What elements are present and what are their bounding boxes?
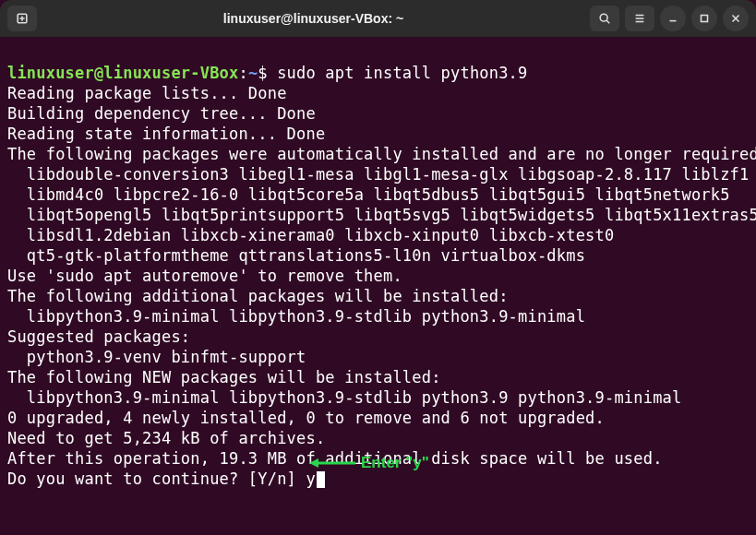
titlebar: linuxuser@linuxuser-VBox: ~ (0, 0, 756, 37)
search-button[interactable] (590, 6, 619, 31)
prompt-dollar: $ (258, 64, 267, 82)
output-line: libqt5opengl5 libqt5printsupport5 libqt5… (7, 206, 756, 224)
svg-line-4 (606, 20, 609, 23)
output-line: The following additional packages will b… (7, 287, 509, 305)
hamburger-menu-button[interactable] (625, 6, 654, 31)
new-tab-icon (16, 12, 29, 25)
user-answer: y (306, 470, 315, 488)
window-title: linuxuser@linuxuser-VBox: ~ (42, 8, 584, 29)
output-line: After this operation, 19.3 MB of additio… (7, 449, 663, 468)
output-line: 0 upgraded, 4 newly installed, 0 to remo… (7, 409, 605, 427)
minimize-icon (666, 12, 679, 25)
continue-prompt: Do you want to continue? [Y/n] (7, 470, 306, 488)
output-line: Suggested packages: (7, 327, 190, 346)
minimize-button[interactable] (660, 6, 686, 31)
maximize-button[interactable] (691, 6, 717, 31)
output-line: libmd4c0 libpcre2-16-0 libqt5core5a libq… (7, 185, 730, 204)
cursor (317, 471, 325, 488)
output-line: libsdl1.2debian libxcb-xinerama0 libxcb-… (7, 226, 614, 244)
output-line: Need to get 5,234 kB of archives. (7, 429, 325, 447)
prompt-user-host: linuxuser@linuxuser-VBox (7, 64, 238, 82)
output-line: Reading state information... Done (7, 125, 325, 143)
hamburger-icon (633, 12, 646, 25)
output-line: python3.9-venv binfmt-support (7, 348, 306, 366)
prompt-path: ~ (248, 64, 258, 82)
output-line: libdouble-conversion3 libegl1-mesa libgl… (7, 165, 749, 184)
maximize-icon (698, 12, 711, 25)
output-line: Reading package lists... Done (7, 84, 287, 102)
prompt-colon: : (238, 64, 247, 82)
output-line: qt5-gtk-platformtheme qttranslations5-l1… (7, 246, 585, 265)
titlebar-left (7, 6, 37, 31)
output-line: The following NEW packages will be insta… (7, 368, 441, 386)
svg-point-3 (600, 14, 607, 21)
output-line: libpython3.9-minimal libpython3.9-stdlib… (7, 388, 681, 407)
command-text: sudo apt install python3.9 (268, 64, 528, 82)
search-icon (598, 12, 611, 25)
output-line: Building dependency tree... Done (7, 104, 316, 123)
titlebar-right (590, 6, 749, 31)
new-tab-button[interactable] (7, 6, 37, 31)
close-icon (729, 12, 742, 25)
close-button[interactable] (723, 6, 749, 31)
output-line: The following packages were automaticall… (7, 145, 756, 163)
svg-rect-9 (702, 16, 708, 22)
output-line: Use 'sudo apt autoremove' to remove them… (7, 267, 402, 285)
terminal-area[interactable]: linuxuser@linuxuser-VBox:~$ sudo apt ins… (0, 37, 756, 494)
output-line: libpython3.9-minimal libpython3.9-stdlib… (7, 307, 585, 326)
